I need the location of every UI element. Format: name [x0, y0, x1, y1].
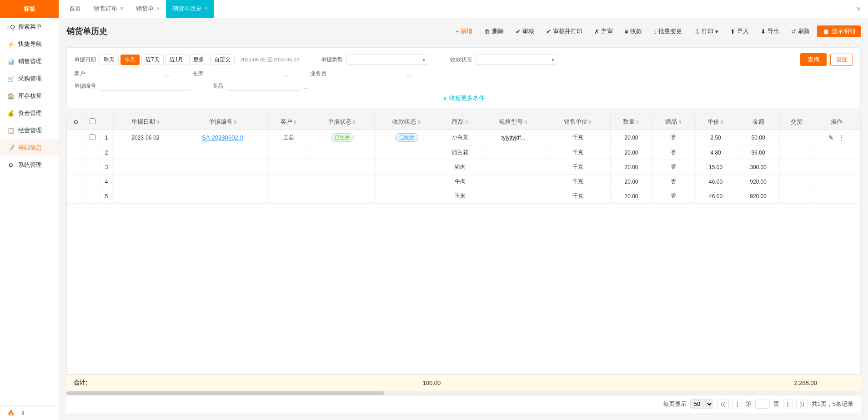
receipt-status-select[interactable] — [476, 55, 557, 65]
sidebar-item-search-menu[interactable]: ≡Q 搜索菜单 — [0, 18, 59, 35]
delete-button[interactable]: 🗑 删除 — [480, 25, 508, 37]
tab-home[interactable]: 首页 — [63, 0, 87, 18]
th-customer[interactable]: 客户 ⇅ — [267, 114, 310, 130]
warehouse-more-dots[interactable]: ... — [283, 70, 289, 78]
salesperson-input[interactable] — [330, 70, 403, 78]
customer-input[interactable] — [89, 70, 161, 78]
audit-print-button[interactable]: ✔ 审核并打印 — [542, 25, 587, 37]
th-gift[interactable]: 赠品 ⇅ — [652, 114, 695, 130]
th-goods[interactable]: 商品 ⇅ — [439, 114, 481, 130]
tab-sales-history-close[interactable]: × — [205, 5, 208, 12]
salesperson-more-dots[interactable]: ... — [406, 70, 412, 78]
th-doc-date[interactable]: 单据日期 ⇅ — [113, 114, 178, 130]
sort-doc-date[interactable]: 单据日期 ⇅ — [131, 118, 160, 126]
sidebar-item-quick-nav[interactable]: ⚡ 快捷导航 — [0, 35, 59, 53]
sort-spec[interactable]: 规格型号 ⇅ — [499, 118, 527, 126]
sidebar-item-sales-mgmt[interactable]: 📊 销售管理 — [0, 53, 59, 70]
print-button[interactable]: 🖨 打印 ▾ — [689, 25, 723, 37]
doc-no-input[interactable] — [100, 82, 191, 90]
sort-customer[interactable]: 客户 ⇅ — [281, 118, 297, 126]
more-icon[interactable]: ⋮ — [837, 134, 846, 141]
date-btn-today[interactable]: 今天 — [120, 55, 140, 65]
row-checkbox[interactable] — [90, 134, 95, 140]
select-all-checkbox[interactable] — [90, 118, 95, 124]
base-info-icon: 📝 — [7, 144, 15, 151]
next-page-button[interactable]: ⟩ — [783, 400, 793, 409]
sort-doc-no[interactable]: 单据编号 ⇅ — [209, 118, 237, 126]
sidebar-item-sys-mgmt[interactable]: ⚙ 系统管理 — [0, 156, 59, 174]
first-page-button[interactable]: ⟨⟨ — [717, 400, 729, 409]
date-btn-7days[interactable]: 近7天 — [141, 55, 164, 65]
filter-goods: 商品 ... — [212, 82, 309, 90]
doc-no-link[interactable]: SA-20230602-0 — [202, 134, 243, 141]
batch-change-button[interactable]: ↕ 批量变更 — [649, 25, 687, 37]
receipt-button[interactable]: ¥ 收款 — [620, 25, 646, 37]
tab-sales-goods[interactable]: 销货单 × — [130, 0, 166, 18]
settings-icon[interactable]: ⚙ — [73, 119, 79, 125]
date-label: 单据日期 — [74, 56, 96, 64]
goods-input[interactable] — [227, 82, 300, 90]
refresh-button[interactable]: ↺ 刷新 — [787, 25, 814, 37]
audit-button[interactable]: ✔ 审核 — [511, 25, 539, 37]
sort-unit-price[interactable]: 单价 ⇅ — [707, 118, 724, 126]
th-unit[interactable]: 销售单位 ⇅ — [546, 114, 610, 130]
sidebar-item-stock-calc[interactable]: 🏠 库存核算 — [0, 87, 59, 105]
sidebar-item-base-info[interactable]: 📝 基础信息 — [0, 139, 59, 156]
sort-goods[interactable]: 商品 ⇅ — [452, 118, 468, 126]
th-settings[interactable]: ⚙ — [67, 114, 85, 130]
cell-settings — [67, 189, 85, 204]
th-qty[interactable]: 数量 ⇅ — [610, 114, 652, 130]
page-size-select[interactable]: 20 50 100 — [690, 399, 713, 409]
settings-button[interactable]: 设置 — [830, 54, 853, 66]
th-spec[interactable]: 规格型号 ⇅ — [481, 114, 546, 130]
sidebar-item-finance-mgmt[interactable]: 💰 资金管理 — [0, 105, 59, 122]
tab-sales-order[interactable]: 销售订单 × — [87, 0, 130, 18]
show-detail-button[interactable]: 📋 显示明细 — [817, 25, 861, 37]
th-unit-price[interactable]: 单价 ⇅ — [695, 114, 737, 130]
abandon-button[interactable]: ✗ 弃审 — [590, 25, 617, 37]
date-btn-yesterday[interactable]: 昨天 — [100, 55, 119, 65]
sidebar-fire-icon[interactable]: 🔥 — [7, 410, 15, 416]
cell-spec — [481, 189, 546, 204]
filter-doc-no: 单据编号 — [74, 82, 191, 90]
cell-unit-price: 46.00 — [695, 175, 737, 189]
warehouse-input[interactable] — [207, 70, 280, 78]
page-number-input[interactable]: 1 — [755, 400, 770, 409]
sort-qty[interactable]: 数量 ⇅ — [623, 118, 639, 126]
customer-more-dots[interactable]: ... — [165, 70, 171, 78]
print-dropdown-arrow: ▾ — [715, 28, 718, 35]
th-doc-status[interactable]: 单据状态 ⇅ — [310, 114, 374, 130]
goods-more-dots[interactable]: ... — [303, 83, 309, 90]
collapse-filter-button[interactable]: ∧ 收起更多条件 — [74, 94, 853, 102]
tab-sales-history[interactable]: 销货单历史 × — [166, 0, 214, 18]
prev-page-button[interactable]: ⟨ — [733, 400, 742, 409]
sort-gift[interactable]: 赠品 ⇅ — [665, 118, 682, 126]
sidebar-pause-icon[interactable]: ⏸ — [20, 410, 26, 416]
sort-unit[interactable]: 销售单位 ⇅ — [564, 118, 592, 126]
export-button[interactable]: ⬇ 导出 — [756, 25, 784, 37]
doc-type-select[interactable] — [346, 55, 428, 65]
tab-sales-order-close[interactable]: × — [120, 5, 123, 12]
sidebar-item-purchase-mgmt[interactable]: 🛒 采购管理 — [0, 70, 59, 87]
sidebar-item-ops-mgmt[interactable]: 📋 经营管理 — [0, 122, 59, 139]
edit-icon[interactable]: ✎ — [827, 134, 835, 141]
tab-sales-goods-close[interactable]: × — [156, 5, 160, 12]
th-doc-no[interactable]: 单据编号 ⇅ — [178, 114, 267, 130]
cell-qty: 20.00 — [610, 145, 652, 160]
horizontal-scrollbar[interactable] — [66, 391, 861, 395]
date-btn-1month[interactable]: 近1月 — [166, 55, 188, 65]
cell-goods: 牛肉 — [439, 175, 481, 189]
sort-receipt-status[interactable]: 收款状态 ⇅ — [392, 118, 421, 126]
th-receipt-status[interactable]: 收款状态 ⇅ — [374, 114, 439, 130]
new-button[interactable]: + 新增 — [451, 25, 477, 37]
date-btn-custom[interactable]: 自定义 — [210, 55, 235, 65]
last-page-button[interactable]: ⟩⟩ — [796, 400, 808, 409]
sort-doc-status[interactable]: 单据状态 ⇅ — [328, 118, 356, 126]
query-button[interactable]: 查询 — [800, 53, 827, 66]
tab-bar: 首页 销售订单 × 销货单 × 销货单历史 × × — [59, 0, 868, 18]
filter-row-3: 单据编号 商品 ... — [74, 82, 853, 90]
doc-type-label: 单据类型 — [321, 56, 343, 64]
import-button[interactable]: ⬆ 导入 — [726, 25, 753, 37]
tab-close-all-button[interactable]: × — [853, 5, 864, 13]
date-btn-more[interactable]: 更多 — [189, 55, 208, 65]
